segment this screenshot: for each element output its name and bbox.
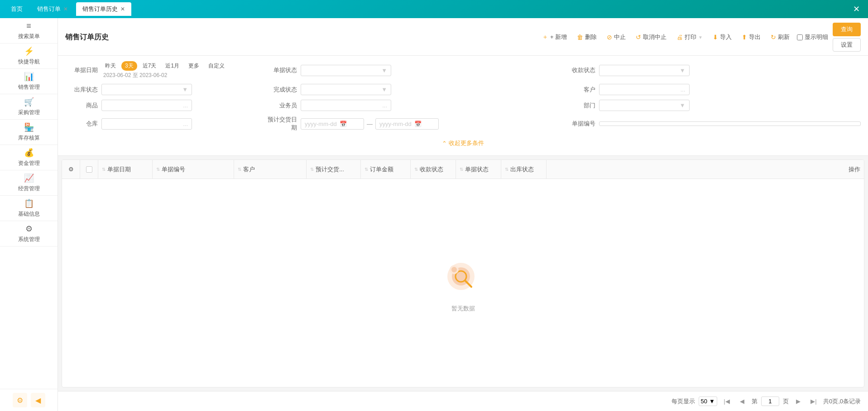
new-label: + 新增 — [550, 33, 567, 41]
th-order-status-label: 单据状态 — [465, 165, 489, 174]
th-delivery-status[interactable]: ⇅ 出库状态 — [501, 160, 547, 179]
print-dropdown-icon[interactable]: ▼ — [698, 35, 703, 40]
filter-order-no-input[interactable] — [599, 121, 861, 126]
date-chips: 昨天 3天 近7天 近1月 更多 自定义 — [101, 61, 228, 71]
th-order-status[interactable]: ⇅ 单据状态 — [456, 160, 501, 179]
import-button[interactable]: ⬇ 导入 — [710, 31, 734, 43]
next-page-button[interactable]: ▶ — [792, 396, 804, 407]
filter-goods-label: 商品 — [65, 102, 101, 110]
calendar-end-icon[interactable]: 📅 — [414, 121, 422, 127]
sort-delivery-icon: ⇅ — [310, 167, 314, 172]
print-button[interactable]: 🖨 打印 ▼ — [674, 31, 705, 43]
date-chip-1month[interactable]: 近1月 — [162, 61, 183, 71]
filter-customer-input[interactable]: ... — [599, 84, 690, 95]
refresh-button[interactable]: ↻ 刷新 — [768, 31, 792, 43]
th-amount[interactable]: ⇅ 订单金额 — [361, 160, 411, 179]
sidebar-item-operation[interactable]: 📈 经营管理 — [0, 170, 58, 196]
tab-sales-order[interactable]: 销售订单 ✕ — [31, 2, 74, 16]
tab-history-close[interactable]: ✕ — [120, 6, 125, 12]
display-detail-toggle[interactable]: 显示明细 — [797, 33, 828, 41]
new-button[interactable]: ＋ + 新增 — [539, 31, 570, 43]
delivery-date-start-input[interactable]: yyyy-mm-dd 📅 — [301, 118, 364, 130]
delivery-date-end-input[interactable]: yyyy-mm-dd 📅 — [375, 118, 439, 130]
sidebar-item-search-menu[interactable]: ≡ 搜索菜单 — [0, 18, 58, 44]
delivery-status-chevron-icon: ▼ — [182, 86, 188, 93]
export-label: 导出 — [749, 33, 761, 41]
filter-delivery-status-label: 出库状态 — [65, 86, 101, 94]
th-date[interactable]: ⇅ 单据日期 — [98, 160, 153, 179]
window-close-button[interactable]: ✕ — [849, 4, 863, 14]
sidebar-item-purchase[interactable]: 🛒 采购管理 — [0, 94, 58, 120]
sort-orderstatus-icon: ⇅ — [460, 167, 463, 172]
sidebar-collapse-button[interactable]: ◀ — [31, 393, 45, 407]
th-delivery-label: 预计交货... — [316, 165, 344, 174]
sort-receipt-icon: ⇅ — [414, 167, 418, 172]
th-delivery[interactable]: ⇅ 预计交货... — [307, 160, 361, 179]
filter-warehouse-input[interactable]: ... — [101, 118, 192, 130]
th-receipt-status-label: 收款状态 — [420, 165, 443, 174]
export-button[interactable]: ⬆ 导出 — [739, 31, 763, 43]
date-chip-more[interactable]: 更多 — [185, 61, 203, 71]
goods-dots: ... — [183, 102, 188, 109]
select-all-checkbox[interactable] — [86, 166, 92, 173]
display-detail-checkbox[interactable] — [797, 34, 803, 40]
page-number-input[interactable] — [761, 396, 779, 406]
filter-receipt-status-select[interactable]: ▼ — [599, 65, 690, 76]
settings-button[interactable]: 设置 — [833, 38, 861, 52]
empty-text: 暂无数据 — [451, 305, 475, 313]
prev-page-button[interactable]: ◀ — [736, 396, 748, 407]
sidebar-item-finance[interactable]: 💰 资金管理 — [0, 145, 58, 170]
last-page-button[interactable]: ▶| — [808, 396, 820, 407]
th-checkbox[interactable] — [80, 160, 98, 179]
print-label: 打印 — [685, 33, 696, 41]
tab-sales-order-label: 销售订单 — [37, 5, 61, 13]
th-customer[interactable]: ⇅ 客户 — [234, 160, 307, 179]
cancel-stop-button[interactable]: ↺ 取消中止 — [633, 31, 669, 43]
date-chip-7days[interactable]: 近7天 — [139, 61, 160, 71]
collapse-bar[interactable]: ⌃ 收起更多条件 — [65, 136, 861, 150]
table-container: ⚙ ⇅ 单据日期 ⇅ 单据编号 ⇅ 客户 ⇅ — [62, 160, 864, 387]
date-chip-yesterday[interactable]: 昨天 — [101, 61, 120, 71]
sidebar-item-base-info[interactable]: 📋 基础信息 — [0, 196, 58, 221]
filter-complete-status-select[interactable]: ▼ — [301, 84, 391, 95]
search-menu-icon: ≡ — [26, 21, 31, 31]
date-separator: — — [367, 121, 373, 127]
date-chip-custom[interactable]: 自定义 — [205, 61, 228, 71]
th-order-no[interactable]: ⇅ 单据编号 — [153, 160, 234, 179]
th-customer-label: 客户 — [243, 165, 255, 174]
sidebar-item-system[interactable]: ⚙ 系统管理 — [0, 221, 58, 247]
th-date-label: 单据日期 — [107, 165, 131, 174]
settings-gear-icon[interactable]: ⚙ — [68, 166, 74, 173]
tab-home[interactable]: 首页 — [5, 2, 29, 16]
filter-department-select[interactable]: ▼ — [599, 100, 690, 111]
tab-sales-order-close[interactable]: ✕ — [63, 6, 68, 12]
export-icon: ⬆ — [742, 34, 747, 41]
filter-delivery-status-select[interactable]: ▼ — [101, 84, 192, 95]
stop-button[interactable]: ⊘ 中止 — [604, 31, 628, 43]
th-amount-label: 订单金额 — [370, 165, 393, 174]
th-receipt-status[interactable]: ⇅ 收款状态 — [411, 160, 456, 179]
th-action-label: 操作 — [849, 165, 860, 174]
delete-button[interactable]: 🗑 删除 — [574, 31, 599, 43]
sidebar-item-inventory[interactable]: 🏪 库存核算 — [0, 120, 58, 145]
query-button[interactable]: 查询 — [833, 23, 861, 36]
sidebar-item-sales[interactable]: 📊 销售管理 — [0, 69, 58, 94]
base-info-icon: 📋 — [24, 198, 34, 208]
tab-sales-order-history[interactable]: 销售订单历史 ✕ — [76, 2, 131, 16]
calendar-start-icon[interactable]: 📅 — [340, 121, 347, 127]
filter-order-status-select[interactable]: ▼ — [301, 65, 391, 76]
sidebar-base-info-label: 基础信息 — [18, 210, 40, 218]
filter-goods-input[interactable]: ... — [101, 100, 192, 111]
th-settings[interactable]: ⚙ — [62, 160, 80, 179]
filter-row-1: 单据日期 昨天 3天 近7天 近1月 更多 自定义 2023-06-02 至 2… — [65, 61, 861, 79]
sidebar-settings-button[interactable]: ⚙ — [13, 393, 27, 407]
date-chip-3days[interactable]: 3天 — [121, 61, 137, 71]
sales-icon: 📊 — [24, 72, 34, 82]
stop-icon: ⊘ — [607, 34, 612, 41]
per-page-select[interactable]: 50 ▼ — [699, 396, 717, 406]
warehouse-dots: ... — [183, 121, 188, 127]
first-page-button[interactable]: |◀ — [721, 396, 733, 407]
import-label: 导入 — [720, 33, 732, 41]
sidebar-item-quick-nav[interactable]: ⚡ 快捷导航 — [0, 44, 58, 69]
filter-salesperson-input[interactable]: ... — [301, 100, 391, 111]
